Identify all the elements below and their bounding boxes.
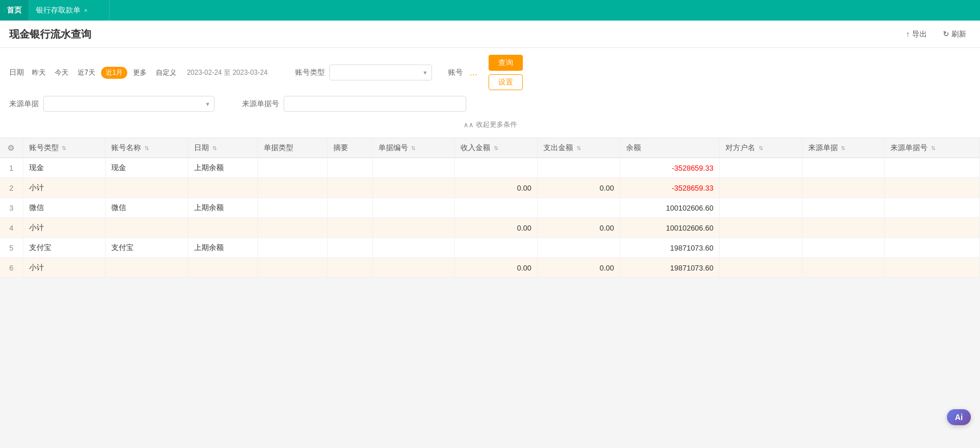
- sort-arrows-source-doc-no: ⇅: [931, 145, 935, 151]
- settings-button[interactable]: 设置: [489, 74, 523, 90]
- date-shortcut[interactable]: 昨天: [29, 67, 49, 79]
- row-account-name: 现金: [106, 158, 188, 178]
- nav-home-label: 首页: [7, 5, 22, 15]
- row-account-type: 支付宝: [23, 238, 106, 258]
- col-income[interactable]: 收入金额 ⇅: [455, 138, 538, 158]
- source-doc-select[interactable]: ▾: [43, 96, 215, 112]
- row-source-doc: [802, 218, 885, 238]
- row-source-doc: [802, 258, 885, 278]
- source-doc-label: 来源单据: [9, 99, 39, 109]
- account-type-select[interactable]: ▾: [329, 64, 432, 80]
- filter-row-1: 日期 昨天今天近7天近1月更多自定义 2023-02-24 至 2023-03-…: [9, 55, 971, 90]
- refresh-button[interactable]: ↻ 刷新: [938, 27, 971, 42]
- table-container: ⚙ 账号类型 ⇅ 账号名称 ⇅ 日期 ⇅ 单据类型 摘要 单据编号 ⇅ 收入金额…: [0, 138, 980, 278]
- row-source-doc-no: [885, 258, 980, 278]
- row-date: [188, 178, 258, 198]
- sort-arrows-income: ⇅: [494, 145, 498, 151]
- row-source-doc: [802, 178, 885, 198]
- row-summary: [328, 198, 373, 218]
- row-date: [188, 218, 258, 238]
- sort-arrows-account-type: ⇅: [62, 145, 66, 151]
- row-doc-type: [258, 158, 328, 178]
- date-label: 日期: [9, 67, 24, 78]
- row-source-doc-no: [885, 158, 980, 178]
- collapse-up-icon: ∧∧: [463, 121, 474, 129]
- col-account-type[interactable]: 账号类型 ⇅: [23, 138, 106, 158]
- col-summary: 摘要: [328, 138, 373, 158]
- close-icon[interactable]: ×: [84, 7, 87, 14]
- row-counterpart: [719, 258, 802, 278]
- table-row: 5 支付宝 支付宝 上期余额 19871073.60: [0, 238, 980, 258]
- collapse-bar[interactable]: ∧∧ 收起更多条件: [9, 118, 971, 133]
- nav-home[interactable]: 首页: [0, 0, 29, 21]
- row-no: 6: [0, 258, 23, 278]
- row-account-name: [106, 258, 188, 278]
- row-income: 0.00: [455, 258, 538, 278]
- row-balance: 19871073.60: [620, 258, 719, 278]
- sort-arrows-doc-no: ⇅: [411, 145, 416, 151]
- table-header-row: ⚙ 账号类型 ⇅ 账号名称 ⇅ 日期 ⇅ 单据类型 摘要 单据编号 ⇅ 收入金额…: [0, 138, 980, 158]
- export-button[interactable]: ↑ 导出: [902, 27, 932, 42]
- sort-arrows-expense: ⇅: [576, 145, 581, 151]
- nav-tab[interactable]: 银行存取款单×: [29, 0, 110, 21]
- row-expense: 0.00: [538, 258, 620, 278]
- date-shortcut[interactable]: 近1月: [101, 67, 128, 79]
- account-ellipsis-btn[interactable]: ...: [467, 67, 479, 78]
- row-doc-type: [258, 198, 328, 218]
- account-type-label: 账号类型: [295, 67, 325, 78]
- row-no: 1: [0, 158, 23, 178]
- col-source-doc[interactable]: 来源单据 ⇅: [802, 138, 885, 158]
- row-doc-type: [258, 218, 328, 238]
- row-account-name: [106, 178, 188, 198]
- date-shortcut[interactable]: 今天: [51, 67, 72, 79]
- row-income: 0.00: [455, 218, 538, 238]
- nav-tab-label: 银行存取款单: [36, 5, 80, 15]
- page-title: 现金银行流水查询: [9, 27, 91, 41]
- row-balance: -3528659.33: [620, 178, 719, 198]
- export-label: 导出: [912, 29, 927, 39]
- row-balance: 100102606.60: [620, 198, 719, 218]
- col-doc-type: 单据类型: [258, 138, 328, 158]
- row-source-doc: [802, 198, 885, 218]
- row-doc-no: [372, 238, 455, 258]
- row-date: 上期余额: [188, 158, 258, 178]
- row-account-name: [106, 218, 188, 238]
- row-no: 3: [0, 198, 23, 218]
- row-no: 4: [0, 218, 23, 238]
- table-row: 2 小计 0.00 0.00 -3528659.33: [0, 178, 980, 198]
- row-summary: [328, 238, 373, 258]
- row-no: 5: [0, 238, 23, 258]
- refresh-label: 刷新: [951, 29, 966, 39]
- row-summary: [328, 258, 373, 278]
- query-button[interactable]: 查询: [489, 55, 523, 71]
- row-source-doc-no: [885, 178, 980, 198]
- date-shortcut[interactable]: 更多: [130, 67, 150, 79]
- col-counterpart[interactable]: 对方户名 ⇅: [719, 138, 802, 158]
- date-shortcut[interactable]: 自定义: [152, 67, 180, 79]
- row-counterpart: [719, 218, 802, 238]
- date-shortcut[interactable]: 近7天: [74, 67, 99, 79]
- table-row: 4 小计 0.00 0.00 100102606.60: [0, 218, 980, 238]
- col-date[interactable]: 日期 ⇅: [188, 138, 258, 158]
- row-income: [455, 198, 538, 218]
- row-income: 0.00: [455, 178, 538, 198]
- col-doc-no[interactable]: 单据编号 ⇅: [372, 138, 455, 158]
- source-doc-no-input[interactable]: [284, 96, 466, 112]
- sort-arrows-counterpart: ⇅: [759, 145, 763, 151]
- account-label: 账号: [448, 67, 463, 78]
- col-expense[interactable]: 支出金额 ⇅: [538, 138, 620, 158]
- table-row: 3 微信 微信 上期余额 100102606.60: [0, 198, 980, 218]
- filter-row-2: 来源单据 ▾ 来源单据号: [9, 96, 971, 112]
- row-doc-no: [372, 218, 455, 238]
- col-account-name[interactable]: 账号名称 ⇅: [106, 138, 188, 158]
- col-settings[interactable]: ⚙: [0, 138, 23, 158]
- header-actions: ↑ 导出 ↻ 刷新: [902, 27, 971, 42]
- row-income: [455, 238, 538, 258]
- row-expense: 0.00: [538, 218, 620, 238]
- row-counterpart: [719, 238, 802, 258]
- col-source-doc-no[interactable]: 来源单据号 ⇅: [885, 138, 980, 158]
- refresh-icon: ↻: [943, 30, 949, 38]
- row-expense: 0.00: [538, 178, 620, 198]
- row-doc-no: [372, 258, 455, 278]
- sort-arrows-date: ⇅: [212, 145, 217, 151]
